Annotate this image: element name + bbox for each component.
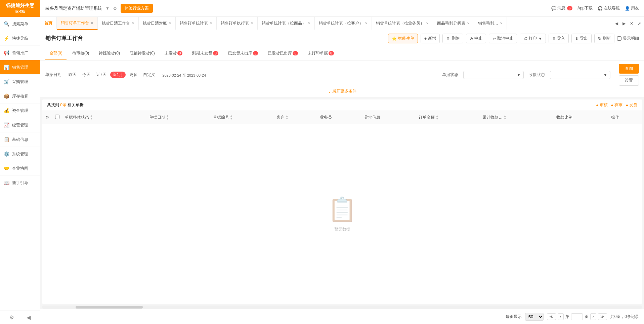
sidebar-item-2[interactable]: 📢营销推广 <box>0 46 40 60</box>
sub-tab-4[interactable]: 未发货0 <box>161 47 187 60</box>
export-button[interactable]: ⬇ 导出 <box>571 34 592 43</box>
show-detail-checkbox[interactable]: 显示明细 <box>617 36 639 41</box>
tab-item-9[interactable]: 商品毛利分析表✕ <box>433 17 474 30</box>
per-page-select[interactable]: 50 10 20 100 <box>525 313 544 321</box>
tab-close-2[interactable]: ✕ <box>132 22 134 25</box>
col-checkbox[interactable] <box>52 111 62 124</box>
delete-button[interactable]: 🗑 删除 <box>442 34 463 43</box>
sub-tab-6[interactable]: 已发货未出库0 <box>224 47 262 60</box>
online-service[interactable]: 🎧 在线客服 <box>598 5 620 11</box>
delete-icon: 🗑 <box>446 36 450 41</box>
collapse-icon[interactable]: ◀ <box>27 314 31 321</box>
sidebar-item-9[interactable]: ⚙️系统管理 <box>0 147 40 161</box>
dropdown-arrow-icon[interactable]: ▼ <box>105 6 110 11</box>
sidebar-item-5[interactable]: 📦库存核算 <box>0 89 40 104</box>
cancel-audit-action-button[interactable]: ● 弃审 <box>611 102 622 108</box>
date-opt-yesterday[interactable]: 昨天 <box>67 71 79 78</box>
ship-action-button[interactable]: ● 发货 <box>626 102 637 108</box>
print-button[interactable]: 🖨 打印 ▼ <box>520 34 546 43</box>
date-opt-1month[interactable]: 近1月 <box>110 72 126 78</box>
sort-number[interactable]: 单据编号▲▼ <box>213 114 271 120</box>
sidebar-icon-8: 📋 <box>3 136 9 143</box>
message-area[interactable]: 💬 消息 6 <box>551 5 572 11</box>
industry-solution-button[interactable]: 体验行业方案 <box>121 4 153 13</box>
setting-button[interactable]: 设置 <box>619 75 639 86</box>
tab-scroll-right-icon[interactable]: ▶ <box>621 21 627 27</box>
sidebar-item-7[interactable]: 📈经营管理 <box>0 118 40 132</box>
page-number-input[interactable]: 1 <box>571 313 583 320</box>
sort-collected[interactable]: 累计收款…▲▼ <box>482 114 551 120</box>
horizontal-scrollbar[interactable] <box>42 306 642 309</box>
table-scroll-area[interactable]: ⚙ 单据整体状态▲▼ 单据日期▲▼ 单据编号▲▼ 客户▲▼ 业务员 异常信息 订… <box>42 111 642 304</box>
date-opt-7days[interactable]: 近7天 <box>94 71 109 78</box>
date-opt-custom[interactable]: 自定义 <box>141 71 157 78</box>
tab-item-8[interactable]: 销货单统计表（按业务员）✕ <box>372 17 433 30</box>
tab-item-4[interactable]: 销售订单统计表✕ <box>176 17 217 30</box>
sidebar-item-0[interactable]: 🔍搜索菜单 <box>0 17 40 31</box>
sub-tab-5[interactable]: 到期未发货0 <box>188 47 222 60</box>
tab-item-0[interactable]: 首页 <box>40 17 57 30</box>
tab-close-all-icon[interactable]: ✕ <box>629 21 635 27</box>
sort-customer[interactable]: 客户▲▼ <box>276 114 314 120</box>
sidebar-item-10[interactable]: 🤝企业协同 <box>0 161 40 176</box>
sub-tab-3[interactable]: 旺铺待发货(0) <box>126 47 159 60</box>
prev-page-button[interactable]: ‹ <box>558 313 564 320</box>
sidebar-item-6[interactable]: 💰资金管理 <box>0 104 40 118</box>
tab-close-8[interactable]: ✕ <box>426 22 429 25</box>
sub-tab-8[interactable]: 未打印单据0 <box>304 47 338 60</box>
select-all-checkbox[interactable] <box>55 115 59 119</box>
scrollbar-thumb[interactable] <box>76 306 143 309</box>
tab-close-10[interactable]: ✕ <box>500 22 503 25</box>
tab-item-2[interactable]: 钱货日清工作台✕ <box>98 17 139 30</box>
sidebar-item-11[interactable]: 📖新手引导 <box>0 176 40 190</box>
tab-scroll-left-icon[interactable]: ◀ <box>614 21 619 27</box>
add-button[interactable]: + 新增 <box>421 34 440 43</box>
show-detail-input[interactable] <box>617 36 621 41</box>
settings-header-icon[interactable]: ⚙ <box>113 6 117 11</box>
tab-close-3[interactable]: ✕ <box>169 22 171 25</box>
tab-close-1[interactable]: ✕ <box>91 21 93 25</box>
tab-item-7[interactable]: 销货单统计表（按客户）✕ <box>315 17 372 30</box>
sort-status[interactable]: 单据整体状态▲▼ <box>65 114 144 120</box>
first-page-button[interactable]: ≪ <box>547 313 556 320</box>
cancel-stop-button[interactable]: ↩ 取消中止 <box>489 34 517 43</box>
refresh-button[interactable]: ↻ 刷新 <box>594 34 614 43</box>
tab-close-5[interactable]: ✕ <box>251 22 253 25</box>
user-area[interactable]: 👤 用友 <box>625 5 639 11</box>
expand-filter-button[interactable]: ⌄ 展开更多条件 <box>328 88 356 94</box>
tab-close-9[interactable]: ✕ <box>467 22 470 25</box>
sort-date[interactable]: 单据日期▲▼ <box>149 114 208 120</box>
payment-select[interactable]: ▼ <box>550 71 610 79</box>
stop-button[interactable]: ⊘ 中止 <box>466 34 486 43</box>
date-opt-today[interactable]: 今天 <box>80 71 92 78</box>
sub-tab-2[interactable]: 待拣验货(0) <box>95 47 124 60</box>
smart-create-button[interactable]: ⭐ 智能生单 <box>388 34 418 43</box>
query-button[interactable]: 查询 <box>619 64 639 74</box>
sidebar-item-8[interactable]: 📋基础信息 <box>0 132 40 147</box>
import-button[interactable]: ⬆ 导入 <box>549 34 569 43</box>
last-page-button[interactable]: ≫ <box>598 313 607 320</box>
tab-close-6[interactable]: ✕ <box>308 22 310 25</box>
sub-tab-7[interactable]: 已发货已出库0 <box>264 47 302 60</box>
tab-item-3[interactable]: 钱货日清对账✕ <box>139 17 176 30</box>
app-download[interactable]: App下载 <box>577 5 593 11</box>
tab-item-5[interactable]: 销售订单执行表✕ <box>217 17 258 30</box>
sidebar-item-4[interactable]: 🛒采购管理 <box>0 75 40 89</box>
tab-item-10[interactable]: 销售毛利…✕ <box>474 17 507 30</box>
tab-close-7[interactable]: ✕ <box>365 22 368 25</box>
col-settings[interactable]: ⚙ <box>42 111 52 124</box>
date-opt-more[interactable]: 更多 <box>127 71 139 78</box>
settings-icon[interactable]: ⚙ <box>9 314 14 321</box>
sub-tab-0[interactable]: 全部(0) <box>45 47 67 60</box>
tab-close-4[interactable]: ✕ <box>210 22 212 25</box>
tab-item-6[interactable]: 销货单统计表（按商品）✕ <box>258 17 315 30</box>
tab-item-1[interactable]: 销售订单工作台✕ <box>57 17 98 30</box>
audit-action-button[interactable]: ● 审核 <box>596 102 607 108</box>
tab-maximize-icon[interactable]: ⤢ <box>636 21 642 27</box>
sort-amount[interactable]: 订单金额▲▼ <box>419 114 477 120</box>
sub-tab-1[interactable]: 待审核(0) <box>68 47 93 60</box>
status-select[interactable]: ▼ <box>463 71 524 79</box>
sidebar-item-3[interactable]: 📊销售管理 <box>0 60 40 75</box>
next-page-button[interactable]: › <box>590 313 596 320</box>
sidebar-item-1[interactable]: ⚡快捷导航 <box>0 31 40 46</box>
